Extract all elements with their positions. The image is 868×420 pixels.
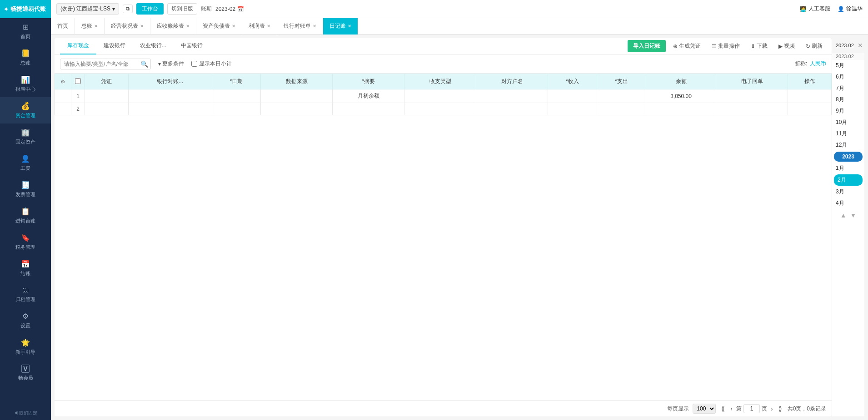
- sidebar-item-salary[interactable]: 👤 工资: [0, 150, 51, 176]
- tab-ledger-close[interactable]: ✕: [94, 24, 98, 29]
- sidebar-item-finance[interactable]: 💰 资金管理: [0, 97, 51, 124]
- date-month-7[interactable]: 7月: [832, 83, 864, 94]
- tab-assets-close[interactable]: ✕: [232, 24, 235, 29]
- first-page-button[interactable]: ⟪: [719, 405, 727, 412]
- sub-tab-zhongguo[interactable]: 中国银行: [174, 38, 210, 54]
- col-date: *日期: [212, 74, 261, 89]
- scroll-up-icon[interactable]: ▲: [840, 212, 847, 219]
- copy-button[interactable]: ⧉: [123, 5, 133, 13]
- sidebar-item-sales[interactable]: 📋 进销台账: [0, 203, 51, 229]
- sidebar-item-vip[interactable]: V 畅会员: [0, 360, 51, 386]
- tab-journal[interactable]: 日记账 ✕: [323, 18, 358, 35]
- row-electronic: [716, 89, 788, 103]
- tab-home[interactable]: 首页: [51, 18, 75, 35]
- finance-icon: 💰: [21, 102, 30, 110]
- date-month-5[interactable]: 5月: [832, 60, 864, 71]
- company-selector[interactable]: (勿册) 江西超宝-LSS ▾: [56, 3, 119, 15]
- sub-tab-cash[interactable]: 库存现金: [60, 38, 96, 54]
- support-button[interactable]: 👩‍💻 人工客服: [800, 5, 830, 13]
- tab-profit[interactable]: 利润表 ✕: [242, 18, 277, 35]
- sub-tab-jianshe[interactable]: 建设银行: [96, 38, 133, 54]
- page-label: 第: [736, 405, 742, 413]
- tab-journal-close[interactable]: ✕: [348, 24, 351, 29]
- guide-icon: 🌟: [21, 338, 30, 347]
- sidebar-item-settings[interactable]: ⚙ 设置: [0, 307, 51, 334]
- page-number-input[interactable]: [743, 404, 760, 413]
- tab-journal-label: 日记账: [329, 22, 346, 30]
- select-all-checkbox[interactable]: [75, 78, 81, 84]
- tab-receivable-close[interactable]: ✕: [186, 24, 190, 29]
- date-month-12[interactable]: 12月: [832, 139, 864, 151]
- download-icon: ⬇: [751, 43, 755, 49]
- sidebar-item-tax[interactable]: 🔖 税务管理: [0, 229, 51, 255]
- search-icon[interactable]: 🔍: [140, 60, 148, 68]
- row-voucher: [85, 103, 129, 115]
- generate-voucher-button[interactable]: ⊕ 生成凭证: [669, 40, 704, 52]
- tab-ledger[interactable]: 总账 ✕: [75, 18, 105, 35]
- date-panel-close-button[interactable]: ✕: [854, 40, 864, 51]
- month-5-label: 5月: [836, 62, 844, 69]
- tab-business-close[interactable]: ✕: [140, 24, 144, 29]
- search-input[interactable]: [60, 59, 151, 69]
- scroll-down-icon[interactable]: ▼: [850, 212, 857, 219]
- tab-business[interactable]: 经营状况表 ✕: [105, 18, 150, 35]
- download-button[interactable]: ⬇ 下载: [747, 40, 771, 52]
- filter-label: 更多条件: [162, 60, 184, 68]
- year-badge[interactable]: 2023: [834, 152, 863, 162]
- refresh-button[interactable]: ↻ 刷新: [802, 40, 826, 52]
- batch-icon: ☰: [712, 43, 717, 49]
- period-value[interactable]: 2023-02 📅: [215, 6, 244, 12]
- per-page-select[interactable]: 100 50 200: [693, 404, 716, 414]
- page-suffix: 页: [762, 405, 767, 413]
- sidebar-item-invoice[interactable]: 🧾 发票管理: [0, 176, 51, 203]
- journal-table: ⚙ 凭证 银行对账... *日期 数据来源 *摘要 收支类型 对方户名 *收入 …: [55, 74, 832, 115]
- row-electronic: [716, 103, 788, 115]
- old-version-button[interactable]: 切到旧版: [167, 3, 197, 15]
- last-page-button[interactable]: ⟫: [777, 405, 784, 412]
- tab-profit-close[interactable]: ✕: [267, 24, 270, 29]
- date-month-1[interactable]: 1月: [832, 163, 864, 174]
- sidebar-item-reports[interactable]: 📊 报表中心: [0, 71, 51, 97]
- next-page-button[interactable]: ›: [769, 405, 775, 412]
- date-month-8[interactable]: 8月: [832, 94, 864, 105]
- month-2-label: 2月: [838, 176, 846, 184]
- video-label: 视频: [784, 42, 795, 50]
- row-settings: [55, 103, 71, 115]
- sub-tab-nongye[interactable]: 农业银行...: [133, 38, 174, 54]
- row-balance: 3,050.00: [646, 89, 716, 103]
- show-daily-total-checkbox[interactable]: [191, 61, 197, 67]
- video-button[interactable]: ▶ 视频: [775, 40, 798, 52]
- sidebar-item-archive[interactable]: 🗂 归档管理: [0, 282, 51, 307]
- row-expense: [597, 89, 646, 103]
- import-journal-button[interactable]: 导入日记账: [628, 40, 666, 52]
- row-counterpart: [476, 103, 548, 115]
- settings-col-icon[interactable]: ⚙: [60, 79, 65, 85]
- date-month-3[interactable]: 3月: [832, 186, 864, 198]
- unpin-button[interactable]: ◀ 取消固定: [0, 406, 51, 420]
- filter-button[interactable]: ▾ 更多条件: [155, 58, 188, 69]
- sidebar-item-home[interactable]: ⊞ 首页: [0, 18, 51, 44]
- date-month-11[interactable]: 11月: [832, 128, 864, 139]
- tab-assets[interactable]: 资产负债表 ✕: [196, 18, 242, 35]
- currency-value[interactable]: 人民币: [810, 60, 826, 68]
- sidebar-item-guide[interactable]: 🌟 新手引导: [0, 334, 51, 360]
- date-month-9[interactable]: 9月: [832, 105, 864, 117]
- batch-operation-button[interactable]: ☰ 批量操作: [708, 40, 743, 52]
- user-menu[interactable]: 👤 徐温华: [838, 5, 863, 13]
- prev-page-button[interactable]: ‹: [728, 405, 734, 412]
- show-daily-total-label[interactable]: 显示本日小计: [191, 60, 232, 68]
- date-month-4[interactable]: 4月: [832, 198, 864, 209]
- tab-profit-label: 利润表: [249, 22, 265, 30]
- date-month-10[interactable]: 10月: [832, 117, 864, 128]
- home-icon: ⊞: [23, 23, 29, 31]
- date-month-2-selected[interactable]: 2月: [834, 174, 863, 186]
- date-month-6[interactable]: 6月: [832, 71, 864, 83]
- tab-bank[interactable]: 银行对账单 ✕: [277, 18, 323, 35]
- tab-receivable[interactable]: 应收账龄表 ✕: [150, 18, 196, 35]
- sidebar-item-fixed[interactable]: 🏢 固定资产: [0, 124, 51, 150]
- download-label: 下载: [757, 42, 768, 50]
- tab-bank-close[interactable]: ✕: [313, 24, 316, 29]
- workbench-button[interactable]: 工作台: [136, 3, 164, 15]
- sidebar-item-close[interactable]: 📅 结账: [0, 255, 51, 282]
- sidebar-item-ledger[interactable]: 📒 总账: [0, 44, 51, 71]
